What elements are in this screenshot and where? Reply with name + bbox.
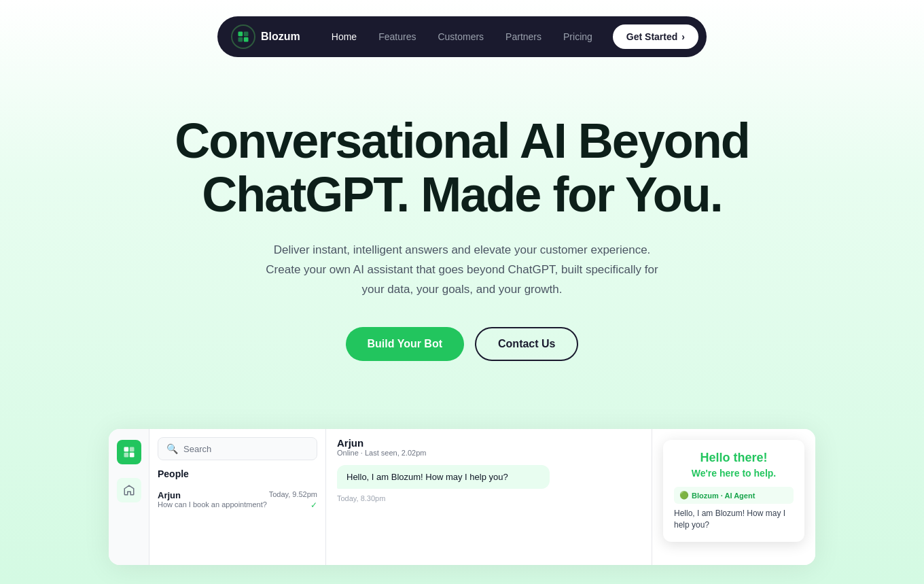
demo-sidebar (109, 429, 149, 565)
demo-sidebar-icon-logo (117, 440, 141, 464)
demo-widget-bot-msg: Hello, I am Blozum! How may I help you? (674, 508, 794, 531)
demo-chat-time: Today, 8.30pm (337, 494, 641, 502)
navbar: Blozum Home Features Customers Partners … (217, 16, 707, 57)
nav-link-home[interactable]: Home (322, 26, 366, 48)
arrow-icon: › (681, 31, 685, 42)
demo-widget-panel: Hello there! We're here to help. 🟢 Blozu… (652, 429, 815, 565)
demo-widget-card: Hello there! We're here to help. 🟢 Blozu… (663, 440, 804, 542)
demo-chat-status: Online · Last seen, 2.02pm (337, 449, 641, 457)
hero-buttons: Build Your Bot Contact Us (170, 327, 754, 361)
nav-logo[interactable]: Blozum (226, 22, 306, 52)
svg-rect-6 (124, 453, 128, 458)
nav-link-features[interactable]: Features (369, 26, 425, 48)
demo-card: 🔍 Search People Arjun How can I book an … (109, 429, 815, 565)
svg-rect-4 (124, 447, 128, 452)
nav-link-partners[interactable]: Partners (496, 26, 551, 48)
hero-subtitle: Deliver instant, intelligent answers and… (258, 241, 666, 300)
navbar-container: Blozum Home Features Customers Partners … (0, 0, 924, 73)
logo-icon (231, 24, 255, 49)
svg-rect-1 (244, 32, 249, 37)
demo-person-row: Arjun How can I book an appointment? Tod… (158, 485, 317, 516)
brand-name: Blozum (261, 31, 300, 43)
hero-section: Conversational AI Beyond ChatGPT. Made f… (156, 73, 768, 429)
build-your-bot-button[interactable]: Build Your Bot (346, 327, 465, 361)
contact-us-button[interactable]: Contact Us (475, 327, 578, 361)
nav-links: Home Features Customers Partners Pricing (322, 26, 602, 48)
demo-search-bar[interactable]: 🔍 Search (158, 437, 317, 460)
message-check-icon: ✓ (310, 500, 317, 510)
demo-sidebar-icon-home (117, 478, 141, 502)
demo-people-heading: People (158, 468, 317, 479)
demo-chat-name: Arjun (337, 437, 641, 449)
blozum-bot-icon: 🟢 (679, 491, 689, 500)
demo-widget-subtext: We're here to help. (674, 468, 794, 479)
svg-rect-2 (238, 37, 243, 42)
demo-chat-panel: Arjun Online · Last seen, 2.02pm Hello, … (326, 429, 652, 565)
nav-link-pricing[interactable]: Pricing (554, 26, 602, 48)
svg-rect-7 (129, 453, 134, 458)
nav-link-customers[interactable]: Customers (428, 26, 493, 48)
demo-people-panel: 🔍 Search People Arjun How can I book an … (149, 429, 326, 565)
search-icon: 🔍 (166, 443, 178, 454)
demo-widget-bot-label: 🟢 Blozum · AI Agent (674, 487, 794, 504)
demo-search-input: Search (183, 444, 211, 454)
hero-title: Conversational AI Beyond ChatGPT. Made f… (170, 114, 754, 222)
svg-rect-0 (238, 32, 243, 37)
demo-widget-greeting: Hello there! (674, 451, 794, 465)
svg-rect-5 (129, 447, 134, 452)
demo-person-msg: How can I book an appointment? (158, 500, 267, 509)
svg-rect-3 (244, 37, 249, 42)
demo-person-time: Today, 9.52pm (269, 490, 317, 498)
get-started-button[interactable]: Get Started › (613, 24, 698, 49)
demo-section: 🔍 Search People Arjun How can I book an … (54, 429, 870, 565)
demo-person-name: Arjun (158, 490, 267, 500)
demo-chat-header: Arjun Online · Last seen, 2.02pm (337, 437, 641, 457)
demo-chat-bubble: Hello, I am Blozum! How may I help you? (337, 465, 550, 489)
